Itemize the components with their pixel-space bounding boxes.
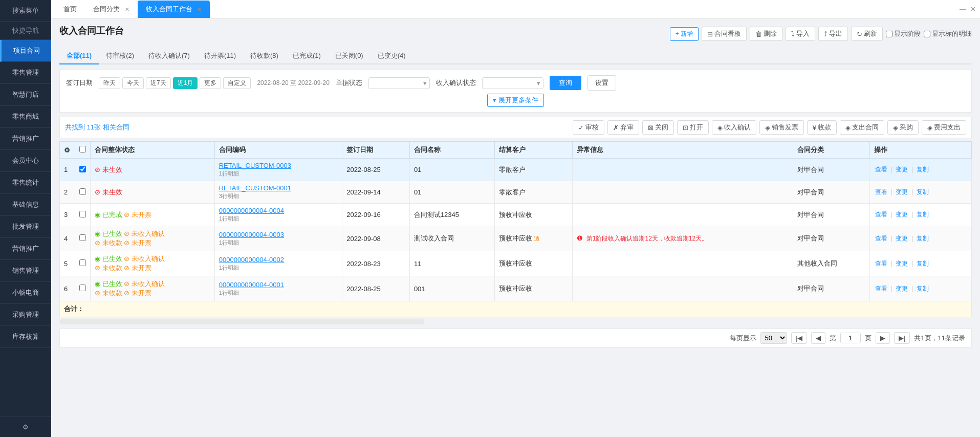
change-action[interactable]: 变更 (896, 166, 908, 173)
doc-status-select[interactable] (368, 77, 430, 89)
show-stage-checkbox-label[interactable]: 显示阶段 (886, 29, 921, 38)
view-action[interactable]: 查看 (875, 260, 887, 267)
row-checkbox[interactable] (75, 251, 91, 276)
contract-code-link[interactable]: 0000000000004-0004 (219, 207, 284, 214)
row-checkbox[interactable] (75, 159, 91, 181)
date-btn-7days[interactable]: 近7天 (146, 77, 171, 89)
row-select-checkbox[interactable] (79, 211, 86, 217)
row-checkbox[interactable] (75, 181, 91, 204)
view-action[interactable]: 查看 (875, 285, 887, 292)
row-select-checkbox[interactable] (79, 188, 86, 195)
import-button[interactable]: ⤵ 导入 (786, 27, 815, 41)
income-confirm-button[interactable]: ◈ 收入确认 (712, 120, 756, 135)
audit-button[interactable]: ✓ 审核 (573, 120, 604, 135)
row-select-checkbox[interactable] (79, 166, 86, 172)
copy-action[interactable]: 复制 (917, 166, 929, 173)
row-select-checkbox[interactable] (79, 259, 86, 266)
contract-code-link[interactable]: 0000000000004-0001 (219, 281, 284, 289)
sidebar-search[interactable]: 搜索菜单 (0, 0, 51, 22)
show-detail-checkbox-label[interactable]: 显示标的明细 (924, 29, 972, 38)
filter-tab-changed[interactable]: 已变更(4) (371, 48, 413, 64)
row-checkbox[interactable] (75, 226, 91, 251)
tab-close-income-contract[interactable]: ✕ (197, 6, 202, 12)
page-next-button[interactable]: ▶ (876, 332, 890, 344)
window-minimize-icon[interactable]: — (960, 5, 966, 13)
copy-action[interactable]: 复制 (917, 285, 929, 292)
expense-out-button[interactable]: ◈ 费用支出 (922, 120, 966, 135)
filter-tab-pending-collect[interactable]: 待收款(8) (243, 48, 286, 64)
show-stage-checkbox[interactable] (886, 31, 892, 37)
close-contract-button[interactable]: ⊠ 关闭 (642, 120, 674, 135)
sidebar-item-wholesale-manage[interactable]: 批发管理 (0, 216, 51, 238)
view-action[interactable]: 查看 (875, 211, 887, 218)
collect-button[interactable]: ¥ 收款 (807, 120, 837, 135)
row-checkbox[interactable] (75, 276, 91, 301)
abandon-audit-button[interactable]: ✗ 弃审 (607, 120, 639, 135)
query-button[interactable]: 查询 (550, 76, 581, 90)
sidebar-item-marketing-promo2[interactable]: 营销推广 (0, 238, 51, 260)
filter-tab-all[interactable]: 全部(11) (59, 48, 99, 64)
change-action[interactable]: 变更 (896, 211, 908, 218)
copy-action[interactable]: 复制 (917, 235, 929, 242)
contract-code-link[interactable]: RETAIL_CUSTOM-0001 (219, 184, 291, 192)
purchase-button[interactable]: ◈ 采购 (887, 120, 919, 135)
filter-tab-pending-invoice[interactable]: 待开票(11) (197, 48, 243, 64)
filter-tab-completed[interactable]: 已完成(1) (286, 48, 328, 64)
date-btn-yesterday[interactable]: 昨天 (99, 77, 120, 89)
copy-action[interactable]: 复制 (917, 188, 929, 195)
page-prev-button[interactable]: ◀ (811, 332, 825, 344)
filter-tab-closed[interactable]: 已关闭(0) (328, 48, 371, 64)
sidebar-item-project-contract[interactable]: 项目合同 (0, 40, 51, 62)
view-action[interactable]: 查看 (875, 166, 887, 173)
view-action[interactable]: 查看 (875, 188, 887, 195)
sidebar-item-marketing-promo[interactable]: 营销推广 (0, 128, 51, 150)
page-number-input[interactable] (840, 333, 861, 343)
delete-button[interactable]: 🗑 删除 (750, 27, 782, 41)
show-detail-checkbox[interactable] (924, 31, 930, 37)
sidebar-item-purchase-manage[interactable]: 采购管理 (0, 304, 51, 326)
change-action[interactable]: 变更 (896, 285, 908, 292)
change-action[interactable]: 变更 (896, 235, 908, 242)
view-action[interactable]: 查看 (875, 235, 887, 242)
date-btn-1month[interactable]: 近1月 (173, 77, 198, 89)
sidebar-item-xiaochang-ecom[interactable]: 小畅电商 (0, 282, 51, 304)
sidebar-item-member-center[interactable]: 会员中心 (0, 150, 51, 172)
date-btn-today[interactable]: 今天 (122, 77, 144, 89)
export-button[interactable]: ⤴ 导出 (818, 27, 848, 41)
th-checkbox[interactable] (75, 142, 91, 159)
tab-income-contract[interactable]: 收入合同工作台 ✕ (138, 1, 210, 18)
sidebar-item-sales-manage[interactable]: 销售管理 (0, 260, 51, 282)
horizontal-scrollbar[interactable] (59, 319, 424, 324)
filter-tab-pending-audit[interactable]: 待审核(2) (99, 48, 141, 64)
sidebar-item-inventory[interactable]: 库存核算 (0, 326, 51, 348)
change-action[interactable]: 变更 (896, 188, 908, 195)
th-gear[interactable]: ⚙ (60, 142, 75, 159)
row-select-checkbox[interactable] (79, 234, 86, 241)
sidebar-item-base-info[interactable]: 基础信息 (0, 194, 51, 216)
sidebar-settings[interactable]: ⚙ (0, 417, 51, 437)
out-contract-button[interactable]: ◈ 支出合同 (840, 120, 884, 135)
contract-code-link[interactable]: RETAIL_CUSTOM-0003 (219, 162, 291, 169)
tab-home[interactable]: 首页 (55, 1, 85, 18)
row-checkbox[interactable] (75, 204, 91, 226)
page-first-button[interactable]: |◀ (791, 332, 807, 344)
change-action[interactable]: 变更 (896, 260, 908, 267)
income-confirm-select[interactable] (482, 77, 543, 89)
copy-action[interactable]: 复制 (917, 211, 929, 218)
contract-code-link[interactable]: 0000000000004-0003 (219, 231, 284, 238)
sidebar-item-retail-mall[interactable]: 零售商城 (0, 106, 51, 128)
sidebar-nav[interactable]: 快捷导航 (0, 22, 51, 40)
sidebar-item-retail-stats[interactable]: 零售统计 (0, 172, 51, 194)
sidebar-item-retail-manage[interactable]: 零售管理 (0, 62, 51, 84)
new-button[interactable]: + 新增 (670, 27, 699, 41)
contract-code-link[interactable]: 0000000000004-0002 (219, 256, 284, 264)
window-close-icon[interactable]: ✕ (970, 5, 976, 13)
date-btn-custom[interactable]: 自定义 (223, 77, 251, 89)
select-all-checkbox[interactable] (79, 146, 86, 152)
row-select-checkbox[interactable] (79, 285, 86, 291)
tab-contract-category[interactable]: 合同分类 ✕ (85, 1, 138, 18)
per-page-select[interactable]: 50 100 200 (760, 332, 787, 344)
filter-tab-pending-income-confirm[interactable]: 待收入确认(7) (141, 48, 197, 64)
tab-close-contract-category[interactable]: ✕ (125, 6, 129, 12)
date-btn-more[interactable]: 更多 (200, 77, 221, 89)
